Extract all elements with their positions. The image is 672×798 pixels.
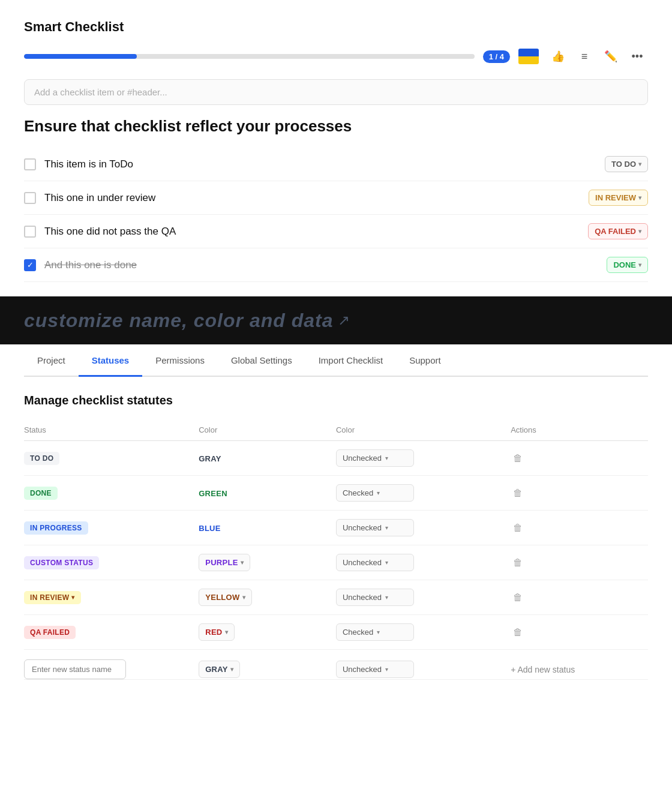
color-label-inprogress: BLUE: [199, 524, 221, 533]
delete-button-done[interactable]: 🗑: [511, 485, 525, 501]
chevron-down-icon: ▾: [385, 524, 407, 531]
checklist-item-3: This one did not pass the QA QA FAILED ▾: [24, 215, 648, 248]
delete-button-todo[interactable]: 🗑: [511, 451, 525, 466]
chevron-down-icon: ▾: [385, 559, 407, 566]
item-text-2: This one in under review: [44, 192, 580, 204]
checkbox-2[interactable]: [24, 192, 36, 204]
chevron-down-icon: ▾: [242, 594, 245, 601]
checklist-item-4: ✓ And this one is done DONE ▾: [24, 248, 648, 282]
checkbox-3[interactable]: [24, 226, 36, 238]
toolbar-icons: 👍 ≡ ✏️ •••: [547, 46, 648, 67]
col-header-status: Status: [24, 419, 199, 441]
edit-icon[interactable]: ✏️: [600, 46, 622, 67]
status-chip-inprogress: IN PROGRESS: [24, 521, 88, 535]
chevron-down-icon-3: ▾: [638, 228, 641, 235]
black-section-text: customize name, color and data: [24, 310, 333, 332]
checklist-items: This item is in ToDo TO DO ▾ This one in…: [24, 148, 648, 282]
chevron-down-icon: ▾: [385, 455, 407, 461]
app-title: Smart Checklist: [24, 19, 648, 35]
status-badge-2[interactable]: IN REVIEW ▾: [589, 190, 648, 206]
checkbox-4[interactable]: ✓: [24, 259, 36, 271]
status-badge-3[interactable]: QA FAILED ▾: [588, 223, 648, 239]
col-header-actions: Actions: [511, 419, 648, 441]
item-text-3: This one did not pass the QA: [44, 226, 580, 238]
check-dropdown-custom[interactable]: Unchecked ▾: [336, 554, 414, 571]
color-dropdown-custom[interactable]: PURPLE ▾: [199, 554, 250, 571]
status-label-2: IN REVIEW: [595, 193, 636, 202]
check-dropdown-qafailed[interactable]: Checked ▾: [336, 623, 414, 641]
table-row: IN PROGRESS BLUE Unchecked ▾ 🗑: [24, 511, 648, 545]
thumbs-up-icon[interactable]: 👍: [547, 46, 569, 67]
color-label-done: GREEN: [199, 489, 227, 498]
chevron-down-icon-4: ▾: [638, 262, 641, 268]
status-badge-4[interactable]: DONE ▾: [607, 257, 648, 273]
tab-support[interactable]: Support: [396, 344, 454, 377]
progress-fill: [24, 54, 137, 59]
check-dropdown-done[interactable]: Checked ▾: [336, 484, 414, 502]
status-label-4: DONE: [613, 260, 636, 269]
tab-import-checklist[interactable]: Import Checklist: [305, 344, 397, 377]
black-section: customize name, color and data ↗: [0, 296, 672, 344]
color-dropdown-inreview[interactable]: YELLOW ▾: [199, 589, 251, 606]
chevron-down-icon: ▾: [241, 559, 244, 566]
chevron-down-icon: ▾: [230, 666, 233, 673]
table-row: CUSTOM STATUS PURPLE ▾ Unchecked ▾ 🗑: [24, 545, 648, 580]
check-dropdown-inreview[interactable]: Unchecked ▾: [336, 589, 414, 606]
color-label-todo: GRAY: [199, 454, 221, 463]
status-chip-qafailed: QA FAILED: [24, 626, 76, 639]
item-text-1: This item is in ToDo: [44, 158, 596, 170]
cursor-icon: ↗: [338, 312, 350, 329]
chevron-down-icon: ▾: [377, 490, 407, 496]
delete-button-inprogress[interactable]: 🗑: [511, 520, 525, 536]
status-label-3: QA FAILED: [595, 227, 636, 236]
delete-button-qafailed[interactable]: 🗑: [511, 625, 525, 640]
checklist-heading: Ensure that checklist reflect your proce…: [24, 117, 648, 136]
table-row: TO DO GRAY Unchecked ▾ 🗑: [24, 441, 648, 476]
status-table: Status Color Color Actions TO DO GRAY Un…: [24, 419, 648, 680]
status-chip-inreview: IN REVIEW ▾: [24, 591, 81, 604]
status-chip-custom: CUSTOM STATUS: [24, 556, 99, 569]
check-dropdown-new[interactable]: Unchecked ▾: [336, 661, 414, 678]
delete-button-inreview[interactable]: 🗑: [511, 590, 525, 605]
status-chip-done: DONE: [24, 487, 58, 500]
filter-icon[interactable]: ≡: [574, 46, 595, 67]
color-dropdown-new[interactable]: GRAY ▾: [199, 661, 240, 678]
chevron-down-icon: ▾: [377, 629, 407, 635]
checklist-item-2: This one in under review IN REVIEW ▾: [24, 181, 648, 215]
check-dropdown-todo[interactable]: Unchecked ▾: [336, 449, 414, 467]
tab-statuses[interactable]: Statuses: [79, 344, 143, 377]
table-row: QA FAILED RED ▾ Checked ▾ 🗑: [24, 615, 648, 650]
status-badge-1[interactable]: TO DO ▾: [605, 156, 648, 172]
checkbox-1[interactable]: [24, 158, 36, 170]
table-row: IN REVIEW ▾ YELLOW ▾ Unchecked ▾ 🗑: [24, 580, 648, 615]
status-chip-todo: TO DO: [24, 452, 59, 465]
table-row: DONE GREEN Checked ▾ 🗑: [24, 476, 648, 511]
flag-ukraine-icon: [518, 49, 539, 64]
checklist-item-1: This item is in ToDo TO DO ▾: [24, 148, 648, 181]
more-icon[interactable]: •••: [626, 46, 648, 67]
chevron-down-icon: ▾: [385, 666, 407, 673]
bottom-section: Project Statuses Permissions Global Sett…: [0, 344, 672, 704]
delete-button-custom[interactable]: 🗑: [511, 555, 525, 571]
tab-permissions[interactable]: Permissions: [142, 344, 218, 377]
add-item-input[interactable]: Add a checklist item or #header...: [24, 79, 648, 105]
tabs-row: Project Statuses Permissions Global Sett…: [24, 344, 648, 377]
progress-badge: 1 / 4: [483, 50, 510, 63]
tab-project[interactable]: Project: [24, 344, 79, 377]
col-header-color1: Color: [199, 419, 336, 441]
chevron-down-icon-2: ▾: [638, 194, 641, 201]
color-dropdown-qafailed[interactable]: RED ▾: [199, 623, 234, 641]
chevron-down-icon: ▾: [385, 594, 407, 601]
new-color-label: GRAY: [205, 665, 228, 674]
progress-track: [24, 54, 475, 59]
col-header-color2: Color: [336, 419, 511, 441]
chevron-down-icon-1: ▾: [638, 161, 641, 167]
add-new-status-button[interactable]: + Add new status: [511, 661, 575, 678]
tab-global-settings[interactable]: Global Settings: [218, 344, 305, 377]
status-label-1: TO DO: [611, 160, 636, 169]
new-status-input[interactable]: [24, 659, 126, 679]
top-section: Smart Checklist 1 / 4 👍 ≡ ✏️ ••• Add a c…: [0, 0, 672, 296]
check-dropdown-inprogress[interactable]: Unchecked ▾: [336, 519, 414, 536]
new-status-row: GRAY ▾ Unchecked ▾ + Add new status: [24, 650, 648, 680]
section-title: Manage checklist statutes: [24, 394, 648, 407]
